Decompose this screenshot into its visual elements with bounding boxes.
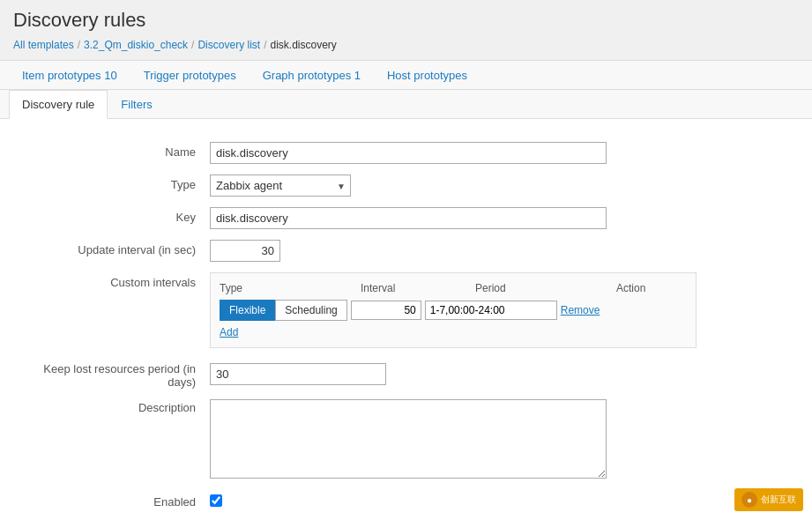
description-row: Description — [26, 394, 786, 487]
type-row: Type Zabbix agent Zabbix agent (active) … — [26, 169, 786, 202]
sub-nav: Discovery rule Filters — [0, 90, 812, 119]
tab-filters[interactable]: Filters — [108, 90, 165, 118]
ci-toggle-group: Flexible Scheduling — [220, 300, 347, 321]
ci-row-1: Flexible Scheduling Remove — [220, 300, 687, 321]
ci-header: Type Interval Period Action — [220, 282, 687, 294]
breadcrumb-all-templates[interactable]: All templates — [13, 39, 74, 51]
breadcrumb-sep-3: / — [264, 39, 266, 51]
type-select-wrapper: Zabbix agent Zabbix agent (active) Simpl… — [210, 175, 351, 197]
name-label: Name — [26, 137, 203, 169]
action-buttons-row: Update Clone Delete Cancel — [26, 514, 786, 520]
update-interval-label: Update interval (in sec) — [26, 234, 203, 267]
custom-intervals-label: Custom intervals — [26, 267, 203, 353]
enabled-row: Enabled — [26, 487, 786, 514]
ci-remove-button[interactable]: Remove — [561, 304, 600, 316]
breadcrumb-template[interactable]: 3.2_Qm_diskio_check — [84, 39, 188, 51]
type-select[interactable]: Zabbix agent Zabbix agent (active) Simpl… — [210, 175, 351, 197]
page-header: Discovery rules All templates / 3.2_Qm_d… — [0, 0, 812, 61]
ci-flexible-btn[interactable]: Flexible — [220, 300, 275, 321]
main-content: Name Type Zabbix agent Zabbix agent (act… — [0, 119, 812, 520]
logo-text: 创新互联 — [761, 494, 796, 506]
tab-graph-prototypes[interactable]: Graph prototypes 1 — [250, 61, 374, 89]
ci-type-header: Type — [220, 282, 361, 294]
custom-intervals-wrapper: Type Interval Period Action Flexible Sch… — [210, 272, 697, 348]
name-row: Name — [26, 137, 786, 169]
tab-discovery-rule[interactable]: Discovery rule — [9, 90, 108, 119]
enabled-label: Enabled — [26, 487, 203, 514]
key-input[interactable] — [210, 207, 607, 229]
ci-period-input[interactable] — [425, 301, 557, 320]
breadcrumb: All templates / 3.2_Qm_diskio_check / Di… — [13, 39, 799, 51]
top-nav: Item prototypes 10 Trigger prototypes Gr… — [0, 61, 812, 90]
update-interval-row: Update interval (in sec) — [26, 234, 786, 267]
keep-lost-label: Keep lost resources period (in days) — [26, 353, 203, 394]
keep-lost-row: Keep lost resources period (in days) — [26, 353, 786, 394]
breadcrumb-current: disk.discovery — [270, 39, 336, 51]
tab-trigger-prototypes[interactable]: Trigger prototypes — [130, 61, 250, 89]
ci-period-header: Period — [475, 282, 616, 294]
ci-interval-input[interactable] — [351, 301, 421, 320]
page-title: Discovery rules — [13, 9, 799, 32]
ci-action-header: Action — [616, 282, 687, 294]
update-interval-input[interactable] — [210, 240, 280, 262]
logo-icon: ● — [741, 492, 757, 508]
tab-host-prototypes[interactable]: Host prototypes — [374, 61, 480, 89]
ci-scheduling-btn[interactable]: Scheduling — [275, 300, 346, 321]
ci-interval-header: Interval — [361, 282, 475, 294]
breadcrumb-sep-1: / — [78, 39, 80, 51]
name-input[interactable] — [210, 142, 607, 164]
form-table: Name Type Zabbix agent Zabbix agent (act… — [26, 137, 786, 520]
description-textarea[interactable] — [210, 399, 607, 479]
type-label: Type — [26, 169, 203, 202]
breadcrumb-discovery-list[interactable]: Discovery list — [197, 39, 260, 51]
description-label: Description — [26, 394, 203, 487]
custom-intervals-row: Custom intervals Type Interval Period Ac… — [26, 267, 786, 353]
enabled-checkbox[interactable] — [210, 494, 222, 507]
breadcrumb-sep-2: / — [191, 39, 194, 51]
key-label: Key — [26, 202, 203, 234]
key-row: Key — [26, 202, 786, 234]
tab-item-prototypes[interactable]: Item prototypes 10 — [9, 61, 130, 89]
logo-area: ● 创新互联 — [734, 488, 803, 511]
enabled-checkbox-wrapper — [210, 494, 778, 507]
keep-lost-input[interactable] — [210, 363, 386, 385]
ci-add-button[interactable]: Add — [220, 326, 238, 338]
